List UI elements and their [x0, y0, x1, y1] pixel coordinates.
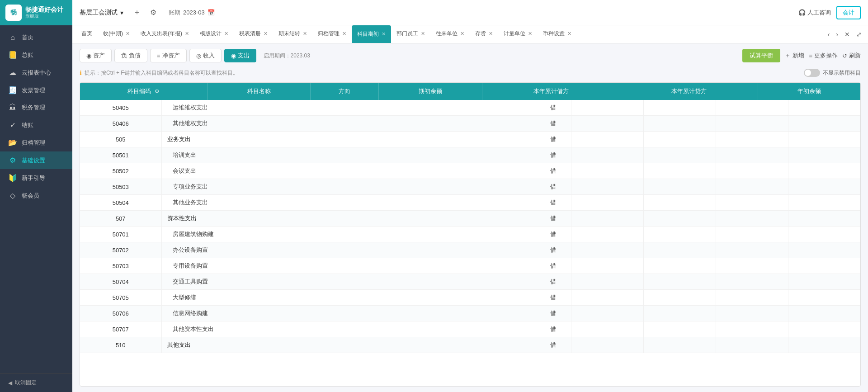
table-wrap: 科目编码 ⚙ 科目名称 方向 期初余额 本年累计借方 本年累计贷方 年初余额 [80, 82, 861, 387]
support-btn[interactable]: 🎧 人工咨询 [798, 9, 831, 17]
sidebar-item-archive[interactable]: 📂归档管理 [0, 134, 72, 151]
tab-next-btn[interactable]: › [833, 29, 841, 40]
col-direction: 方向 [311, 83, 379, 100]
tab-close-unit[interactable]: ✕ [528, 31, 532, 37]
table-row[interactable]: 50706 信息网络购建 借 [80, 306, 860, 321]
tab-close-inventory[interactable]: ✕ [489, 31, 493, 37]
table-row[interactable]: 50705 大型修缮 借 [80, 290, 860, 306]
table-row[interactable]: 50501 培训支出 借 [80, 147, 860, 163]
tab-template[interactable]: 模版设计✕ [194, 25, 234, 43]
table-row[interactable]: 50707 其他资本性支出 借 [80, 321, 860, 337]
cell-name-8: 房屋建筑物购建 [161, 227, 535, 242]
subtab-income[interactable]: ◎收入 [189, 49, 222, 62]
subtab-liability[interactable]: 负负债 [114, 49, 147, 62]
cell-debit-12 [643, 290, 716, 306]
cell-year-balance-15 [788, 337, 860, 353]
table-row[interactable]: 50702 办公设备购置 借 [80, 242, 860, 258]
tab-home[interactable]: 首页 [76, 25, 98, 43]
tab-close-period_close[interactable]: ✕ [303, 31, 307, 37]
cell-code-11: 50704 [80, 274, 161, 290]
refresh-icon: ↺ [842, 52, 847, 59]
table-scroll[interactable]: 50405 运维维权支出 借 50406 其他维权支出 借 505 业务支出 借… [80, 100, 860, 386]
table-row[interactable]: 510 其他支出 借 [80, 337, 860, 353]
cell-credit-0 [716, 100, 788, 116]
account-btn[interactable]: 会计 [836, 6, 861, 19]
sidebar-item-invoice[interactable]: 🧾发票管理 [0, 81, 72, 99]
tab-dept_staff[interactable]: 部门员工✕ [391, 25, 430, 43]
table-row[interactable]: 50704 交通工具购置 借 [80, 274, 860, 290]
add-project-btn[interactable]: ＋ [131, 6, 143, 19]
cell-balance-9 [571, 242, 643, 258]
cell-year-balance-13 [788, 306, 860, 321]
sidebar-item-label-member: 畅会员 [22, 192, 39, 200]
table-row[interactable]: 50502 会议支出 借 [80, 163, 860, 179]
col-debit: 本年累计借方 [482, 83, 620, 100]
table-row[interactable]: 50503 专项业务支出 借 [80, 179, 860, 195]
sidebar-item-ledger[interactable]: 📒总账 [0, 46, 72, 64]
cell-year-balance-9 [788, 242, 860, 258]
tab-close-interim[interactable]: ✕ [126, 31, 130, 37]
cell-direction-4: 借 [535, 163, 571, 179]
tab-close-currency[interactable]: ✕ [567, 31, 571, 37]
invoice-nav-icon: 🧾 [8, 86, 17, 94]
cell-debit-10 [643, 258, 716, 274]
tab-income_annual[interactable]: 收入支出表(年报)✕ [135, 25, 194, 43]
tab-currency[interactable]: 币种设置✕ [538, 25, 577, 43]
cell-balance-15 [571, 337, 643, 353]
more-btn[interactable]: ≡ 更多操作 [809, 52, 838, 60]
tab-close-archive_mgmt[interactable]: ✕ [342, 31, 346, 37]
subject-table: 科目编码 ⚙ 科目名称 方向 期初余额 本年累计借方 本年累计贷方 年初余额 [80, 83, 860, 100]
sidebar-item-home[interactable]: ⌂首页 [0, 29, 72, 46]
table-row[interactable]: 505 业务支出 借 [80, 132, 860, 147]
tab-prev-btn[interactable]: ‹ [825, 29, 833, 40]
table-row[interactable]: 50701 房屋建筑物购建 借 [80, 227, 860, 242]
tab-close-tax_clear[interactable]: ✕ [264, 31, 268, 37]
cell-debit-3 [643, 147, 716, 163]
tax-nav-icon: 🏛 [8, 104, 17, 112]
net_asset-subtab-icon: ≡ [157, 52, 160, 59]
col-settings-icon[interactable]: ⚙ [155, 88, 160, 94]
sidebar-footer[interactable]: ◀ 取消固定 [0, 373, 72, 392]
add-btn[interactable]: ＋ 新增 [785, 52, 804, 60]
cell-code-13: 50706 [80, 306, 161, 321]
tab-close-partner[interactable]: ✕ [460, 31, 464, 37]
cell-debit-7 [643, 211, 716, 227]
tab-close-dept_staff[interactable]: ✕ [421, 31, 425, 37]
tab-unit[interactable]: 计量单位✕ [498, 25, 538, 43]
disable-toggle[interactable] [804, 69, 820, 77]
expense-subtab-icon: ◉ [231, 52, 236, 59]
table-row[interactable]: 50406 其他维权支出 借 [80, 116, 860, 132]
tab-close-subject_init[interactable]: ✕ [382, 31, 386, 37]
sidebar-item-reports[interactable]: ☁云报表中心 [0, 64, 72, 81]
refresh-btn[interactable]: ↺ 刷新 [842, 52, 861, 60]
tab-period_close[interactable]: 期末结转✕ [273, 25, 312, 43]
table-row[interactable]: 50703 专用设备购置 借 [80, 258, 860, 274]
tab-interim[interactable]: 收(中期)✕ [98, 25, 135, 43]
tab-subject_init[interactable]: 科目期初✕ [352, 25, 391, 43]
sidebar-item-label-invoice: 发票管理 [22, 86, 45, 94]
tab-partner[interactable]: 往来单位✕ [430, 25, 470, 43]
tab-close-income_annual[interactable]: ✕ [185, 31, 189, 37]
sidebar-item-tax[interactable]: 🏛税务管理 [0, 99, 72, 116]
tab-tax_clear[interactable]: 税表清册✕ [234, 25, 273, 43]
sidebar-item-member[interactable]: ◇畅会员 [0, 187, 72, 204]
sidebar-item-guide[interactable]: 🔰新手引导 [0, 169, 72, 187]
table-row[interactable]: 50405 运维维权支出 借 [80, 100, 860, 116]
sidebar-item-close[interactable]: ✓结账 [0, 116, 72, 134]
project-selector[interactable]: 基层工会测试 ▾ [80, 9, 123, 17]
sidebar-item-settings[interactable]: ⚙基础设置 [0, 151, 72, 169]
table-row[interactable]: 507 资本性支出 借 [80, 211, 860, 227]
income-subtab-icon: ◎ [196, 52, 201, 59]
cell-balance-6 [571, 195, 643, 211]
tab-close-template[interactable]: ✕ [224, 31, 228, 37]
subtab-net_asset[interactable]: ≡净资产 [150, 49, 187, 62]
table-row[interactable]: 50504 其他业务支出 借 [80, 195, 860, 211]
tab-archive_mgmt[interactable]: 归档管理✕ [312, 25, 352, 43]
tab-expand-btn[interactable]: ⤢ [854, 29, 864, 40]
subtab-expense[interactable]: ◉支出 [224, 49, 256, 62]
settings-project-btn[interactable]: ⚙ [147, 6, 160, 19]
balance-btn[interactable]: 试算平衡 [742, 49, 780, 62]
subtab-asset[interactable]: ◉资产 [80, 49, 112, 62]
tab-close-all-btn[interactable]: ✕ [842, 29, 853, 40]
tab-inventory[interactable]: 存货✕ [470, 25, 498, 43]
